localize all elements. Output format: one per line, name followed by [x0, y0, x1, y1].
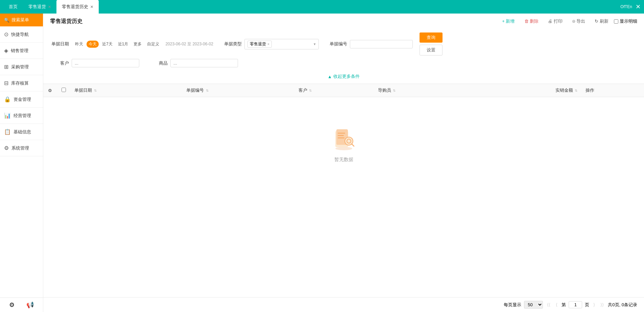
- last-page-btn[interactable]: ⟩⟩: [599, 302, 605, 308]
- sidebar-item-sys-mgmt[interactable]: ⚙ 系统管理: [0, 140, 43, 156]
- per-page-label: 每页显示: [504, 302, 521, 308]
- voucher-num-label: 单据编号: [328, 41, 347, 47]
- page-input[interactable]: 1: [569, 301, 582, 308]
- sidebar-item-sales-mgmt[interactable]: ◈ 销售管理: [0, 43, 43, 59]
- collapse-icon: ▲: [328, 74, 332, 79]
- date-btn-7days[interactable]: 近7天: [100, 41, 115, 48]
- sidebar-item-ops-mgmt[interactable]: 📊 经营管理: [0, 108, 43, 124]
- tab-close-retail-return-history[interactable]: ✕: [90, 5, 93, 9]
- ops-icon: 📊: [4, 112, 11, 119]
- content-area: 零售退货历史 + 新增 🗑 删除 🖨 打印 ⊙ 导出 ↻ 刷新 显示明细: [43, 14, 644, 312]
- per-page-select[interactable]: 50 100 200: [524, 301, 543, 309]
- voucher-type-dropdown[interactable]: 零售退货 × ▾: [244, 39, 319, 49]
- sort-amount-icon: ⇅: [575, 89, 577, 92]
- sidebar-item-purchase-mgmt[interactable]: ⊞ 采购管理: [0, 59, 43, 75]
- sidebar-item-quick-nav[interactable]: ⊙ 快捷导航: [0, 26, 43, 43]
- new-button[interactable]: + 新增: [499, 17, 517, 26]
- select-all-checkbox[interactable]: [62, 88, 66, 92]
- quick-nav-icon: ⊙: [4, 31, 8, 38]
- customer-filter-label: 客户: [50, 60, 69, 66]
- footer-speaker-icon[interactable]: 📢: [26, 301, 34, 309]
- svg-rect-3: [338, 133, 345, 134]
- date-quick-options: 昨天 今天 近7天 近1月 更多 自定义: [73, 41, 161, 48]
- svg-rect-4: [338, 135, 344, 136]
- goods-filter-label: 商品: [149, 60, 168, 66]
- basic-info-icon: 📋: [4, 129, 11, 135]
- th-date[interactable]: 单据日期 ⇅: [70, 84, 182, 97]
- date-filter-label: 单据日期: [50, 41, 69, 47]
- voucher-type-arrow: ▾: [314, 42, 316, 46]
- display-detail-checkbox[interactable]: 显示明细: [614, 18, 637, 24]
- top-bar: 首页 零售退货 ✕ 零售退货历史 ✕ OfTEn ✕: [0, 0, 644, 14]
- sidebar-item-basic-info[interactable]: 📋 基础信息: [0, 124, 43, 140]
- purchase-icon: ⊞: [4, 64, 8, 70]
- th-customer[interactable]: 客户 ⇅: [294, 84, 374, 97]
- finance-icon: 🔒: [4, 96, 11, 103]
- sort-guide-icon: ⇅: [393, 89, 396, 92]
- empty-text: 暂无数据: [334, 157, 353, 163]
- sidebar-footer: ⚙ 📢: [0, 297, 43, 312]
- th-action: 操作: [581, 84, 644, 97]
- print-button[interactable]: 🖨 打印: [545, 17, 565, 26]
- collapse-more-conditions[interactable]: ▲ 收起更多条件: [324, 72, 364, 81]
- total-info: 共0页, 0条记录: [608, 302, 637, 308]
- sales-icon: ◈: [4, 47, 8, 54]
- th-guide[interactable]: 导购员 ⇅: [374, 84, 470, 97]
- inventory-icon: ⊟: [4, 80, 8, 86]
- export-button[interactable]: ⊙ 导出: [569, 17, 588, 26]
- voucher-type-tag: 零售退货 ×: [247, 41, 272, 48]
- th-amount[interactable]: 实销金额 ⇅: [470, 84, 581, 97]
- th-settings[interactable]: ⚙: [43, 84, 57, 97]
- sidebar-item-inventory-mgmt[interactable]: ⊟ 库存核算: [0, 75, 43, 91]
- tab-retail-return[interactable]: 零售退货 ✕: [23, 0, 56, 14]
- voucher-type-tag-close[interactable]: ×: [267, 42, 269, 46]
- refresh-button[interactable]: ↻ 刷新: [592, 17, 611, 26]
- date-btn-custom[interactable]: 自定义: [145, 41, 161, 48]
- voucher-type-label: 单据类型: [223, 41, 242, 47]
- page-label: 第: [562, 302, 566, 308]
- page-title: 零售退货历史: [50, 18, 82, 25]
- action-buttons: 查询 设置: [420, 32, 443, 55]
- tab-retail-return-history[interactable]: 零售退货历史 ✕: [56, 0, 99, 14]
- svg-point-0: [335, 147, 352, 150]
- filter-area: 单据日期 昨天 今天 近7天 近1月 更多 自定义 2023-06-02 至 2…: [50, 28, 637, 84]
- empty-icon: [330, 124, 357, 151]
- svg-rect-5: [338, 137, 344, 138]
- data-table: ⚙ 单据日期 ⇅ 单据编号 ⇅ 客户: [43, 84, 644, 97]
- query-button[interactable]: 查询: [420, 32, 443, 43]
- date-btn-more[interactable]: 更多: [132, 41, 144, 48]
- date-btn-yesterday[interactable]: 昨天: [73, 41, 85, 48]
- first-page-btn[interactable]: ⟨⟨: [546, 302, 552, 308]
- tab-home[interactable]: 首页: [3, 4, 23, 10]
- page-unit: 页: [585, 302, 589, 308]
- sort-num-icon: ⇅: [206, 89, 209, 92]
- prev-page-btn[interactable]: ⟨: [554, 302, 559, 308]
- table-header-row: ⚙ 单据日期 ⇅ 单据编号 ⇅ 客户: [43, 84, 644, 97]
- sidebar: 🔍 搜索菜单 ⊙ 快捷导航 ◈ 销售管理 ⊞ 采购管理 ⊟ 库存核算 🔒 资金管…: [0, 14, 43, 312]
- delete-button[interactable]: 🗑 删除: [522, 17, 542, 26]
- search-icon: 🔍: [4, 18, 9, 23]
- sidebar-item-finance-mgmt[interactable]: 🔒 资金管理: [0, 91, 43, 108]
- voucher-num-input[interactable]: [350, 40, 413, 48]
- th-checkbox[interactable]: [57, 84, 70, 97]
- date-btn-1month[interactable]: 近1月: [116, 41, 130, 48]
- goods-input[interactable]: [170, 59, 238, 67]
- empty-state: 暂无数据: [43, 97, 644, 190]
- main-layout: 🔍 搜索菜单 ⊙ 快捷导航 ◈ 销售管理 ⊞ 采购管理 ⊟ 库存核算 🔒 资金管…: [0, 14, 644, 312]
- toolbar: + 新增 🗑 删除 🖨 打印 ⊙ 导出 ↻ 刷新: [499, 17, 611, 26]
- filter-row-date: 单据日期 昨天 今天 近7天 近1月 更多 自定义 2023-06-02 至 2…: [50, 32, 637, 55]
- footer-gear-icon[interactable]: ⚙: [9, 301, 15, 309]
- display-detail-check[interactable]: [614, 19, 618, 24]
- tab-close-retail-return[interactable]: ✕: [48, 5, 51, 9]
- window-close-button[interactable]: ✕: [636, 3, 641, 10]
- customer-input[interactable]: [72, 59, 139, 67]
- settings-button[interactable]: 设置: [420, 45, 443, 55]
- filter-row-customer: 客户 商品: [50, 59, 637, 67]
- sort-date-icon: ⇅: [94, 89, 97, 92]
- next-page-btn[interactable]: ⟩: [592, 302, 596, 308]
- page-header: 零售退货历史 + 新增 🗑 删除 🖨 打印 ⊙ 导出 ↻ 刷新 显示明细: [43, 14, 644, 84]
- search-menu[interactable]: 🔍 搜索菜单: [0, 14, 43, 26]
- th-num[interactable]: 单据编号 ⇅: [182, 84, 294, 97]
- date-btn-today[interactable]: 今天: [87, 41, 99, 48]
- date-range-display: 2023-06-02 至 2023-06-02: [165, 41, 213, 47]
